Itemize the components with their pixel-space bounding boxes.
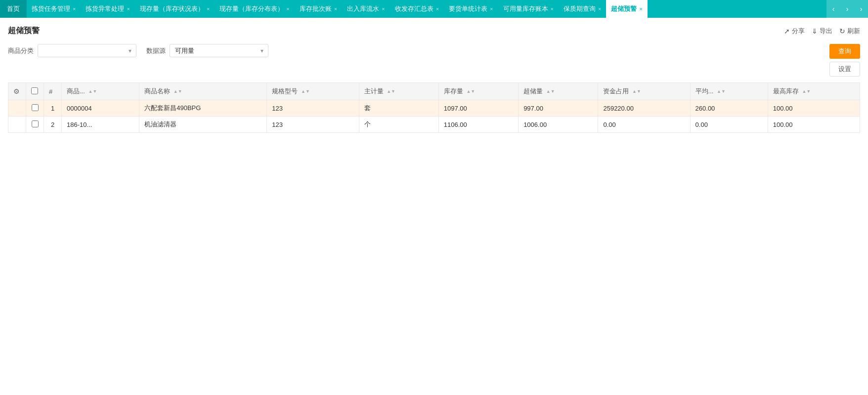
sort-icon: ▲▼ — [546, 89, 555, 94]
td-product-name: 六配套新昌490BPG — [139, 100, 267, 117]
sort-icon: ▲▼ — [174, 89, 182, 94]
tab-kucun-pici[interactable]: 库存批次账 × — [295, 0, 342, 18]
td-max-stock: 100.00 — [768, 117, 860, 133]
td-avg: 260.00 — [690, 100, 768, 117]
page-title: 超储预警 — [8, 26, 40, 36]
nav-more-button[interactable]: › — [854, 0, 868, 18]
nav-arrows: ‹ › › — [826, 0, 868, 18]
th-overstock[interactable]: 超储量 ▲▼ — [519, 83, 598, 100]
close-icon[interactable]: × — [490, 6, 493, 12]
td-checkbox[interactable] — [26, 100, 44, 117]
row-checkbox-0[interactable] — [32, 104, 39, 111]
td-overstock: 997.00 — [519, 100, 598, 117]
sort-icon: ▲▼ — [632, 89, 641, 94]
row-checkbox-1[interactable] — [32, 120, 39, 127]
tab-jianhuoyichangchuli[interactable]: 拣货异常处理 × — [81, 0, 134, 18]
tab-xiancunliang-status[interactable]: 现存量（库存状况表） × — [135, 0, 215, 18]
sort-icon: ▲▼ — [387, 89, 395, 94]
th-checkbox[interactable] — [26, 83, 44, 100]
td-stock: 1106.00 — [438, 117, 518, 133]
refresh-icon: ↻ — [839, 27, 845, 35]
export-button[interactable]: ⇓ 导出 — [812, 27, 832, 36]
sort-icon: ▲▼ — [717, 89, 726, 94]
tab-chaocunyujing[interactable]: 超储预警 × — [606, 0, 647, 18]
top-navigation: 首页 拣货任务管理 × 拣货异常处理 × 现存量（库存状况表） × 现存量（库存… — [0, 0, 868, 18]
td-stock: 1097.00 — [438, 100, 518, 117]
nav-home[interactable]: 首页 — [0, 0, 27, 18]
page-title-bar: 超储预警 ➚ 分享 ⇓ 导出 ↻ 刷新 — [8, 26, 860, 36]
datasource-label: 数据源 — [146, 46, 166, 55]
tab-shoufa-huizong[interactable]: 收发存汇总表 × — [390, 0, 444, 18]
td-spec: 123 — [267, 117, 359, 133]
select-all-checkbox[interactable] — [31, 87, 38, 94]
table-header-row: ⚙ # 商品... ▲▼ 商品名称 ▲▼ 规格型号 ▲▼ — [8, 83, 860, 100]
th-avg[interactable]: 平均... ▲▼ — [690, 83, 768, 100]
td-spec: 123 — [267, 100, 359, 117]
th-product-name[interactable]: 商品名称 ▲▼ — [139, 83, 267, 100]
close-icon[interactable]: × — [551, 6, 554, 12]
close-icon[interactable]: × — [127, 6, 130, 12]
tab-keyongliang-zhangben[interactable]: 可用量库存账本 × — [498, 0, 559, 18]
nav-next-button[interactable]: › — [840, 0, 854, 18]
td-product-code: 0000004 — [62, 100, 139, 117]
close-icon[interactable]: × — [382, 6, 385, 12]
datasource-select[interactable]: 可用量 — [170, 44, 268, 57]
table-row: 1 0000004 六配套新昌490BPG 123 套 1097.00 997.… — [8, 100, 860, 117]
tab-churuku-liushui[interactable]: 出入库流水 × — [342, 0, 390, 18]
close-icon[interactable]: × — [334, 6, 337, 12]
sort-icon: ▲▼ — [802, 89, 811, 94]
td-unit: 套 — [359, 100, 438, 117]
th-gear[interactable]: ⚙ — [8, 83, 26, 100]
close-icon[interactable]: × — [207, 6, 210, 12]
tab-baozhiqi-chaxun[interactable]: 保质期查询 × — [559, 0, 606, 18]
category-label: 商品分类 — [8, 46, 34, 55]
td-no: 1 — [44, 100, 62, 117]
th-no: # — [44, 83, 62, 100]
th-unit[interactable]: 主计量 ▲▼ — [359, 83, 438, 100]
td-capital: 259220.00 — [598, 100, 690, 117]
th-product-code[interactable]: 商品... ▲▼ — [62, 83, 139, 100]
filter-buttons: 查询 设置 — [829, 44, 860, 77]
gear-icon[interactable]: ⚙ — [13, 87, 20, 95]
td-product-name: 机油滤清器 — [139, 117, 267, 133]
share-button[interactable]: ➚ 分享 — [784, 27, 805, 36]
tab-yaohuo-tongji[interactable]: 要货单统计表 × — [444, 0, 498, 18]
export-icon: ⇓ — [812, 27, 818, 35]
query-button[interactable]: 查询 — [829, 44, 860, 59]
filter-group-category: 商品分类 — [8, 44, 136, 57]
category-select[interactable] — [38, 44, 136, 57]
tab-huozuanrenguanli[interactable]: 拣货任务管理 × — [27, 0, 81, 18]
td-max-stock: 100.00 — [768, 100, 860, 117]
sort-icon: ▲▼ — [88, 89, 97, 94]
td-avg: 0.00 — [690, 117, 768, 133]
th-stock[interactable]: 库存量 ▲▼ — [438, 83, 518, 100]
data-table: ⚙ # 商品... ▲▼ 商品名称 ▲▼ 规格型号 ▲▼ — [8, 82, 860, 133]
filter-row: 商品分类 数据源 可用量 查询 设置 — [8, 44, 860, 77]
td-checkbox[interactable] — [26, 117, 44, 133]
th-spec[interactable]: 规格型号 ▲▼ — [267, 83, 359, 100]
tab-xiancunliang-dist[interactable]: 现存量（库存分布表） × — [215, 0, 294, 18]
close-icon[interactable]: × — [598, 6, 601, 12]
close-icon[interactable]: × — [286, 6, 289, 12]
sort-icon: ▲▼ — [301, 89, 310, 94]
close-icon[interactable]: × — [639, 6, 642, 12]
th-max-stock[interactable]: 最高库存 ▲▼ — [768, 83, 860, 100]
datasource-select-wrapper: 可用量 — [170, 44, 268, 57]
td-overstock: 1006.00 — [519, 117, 598, 133]
close-icon[interactable]: × — [73, 6, 76, 12]
td-product-code: 186-10... — [62, 117, 139, 133]
page-content: 超储预警 ➚ 分享 ⇓ 导出 ↻ 刷新 商品分类 — [0, 18, 868, 395]
td-gear — [8, 117, 26, 133]
th-capital[interactable]: 资金占用 ▲▼ — [598, 83, 690, 100]
filter-group-datasource: 数据源 可用量 — [146, 44, 268, 57]
settings-button[interactable]: 设置 — [829, 62, 860, 77]
nav-prev-button[interactable]: ‹ — [826, 0, 840, 18]
td-unit: 个 — [359, 117, 438, 133]
sort-icon: ▲▼ — [466, 89, 475, 94]
title-actions: ➚ 分享 ⇓ 导出 ↻ 刷新 — [784, 27, 860, 36]
close-icon[interactable]: × — [436, 6, 439, 12]
td-gear — [8, 100, 26, 117]
td-capital: 0.00 — [598, 117, 690, 133]
share-icon: ➚ — [784, 27, 790, 35]
refresh-button[interactable]: ↻ 刷新 — [839, 27, 860, 36]
